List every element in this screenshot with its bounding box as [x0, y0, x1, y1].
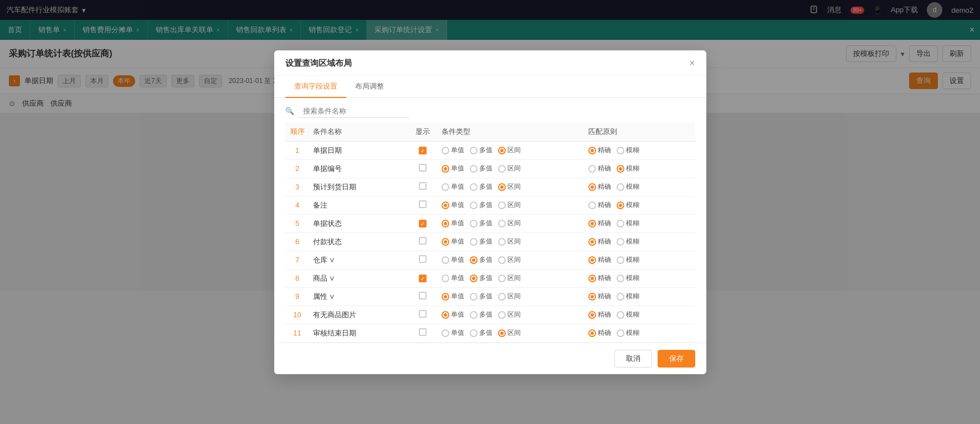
dialog-tabs: 查询字段设置 布局调整 [274, 76, 706, 98]
tab-layout-adjust[interactable]: 布局调整 [346, 76, 393, 98]
radio-circle [498, 220, 506, 227]
match-radio-item[interactable]: 模糊 [617, 200, 639, 210]
display-checkbox[interactable] [419, 237, 427, 245]
match-radio-item[interactable]: 模糊 [617, 255, 639, 265]
match-radio-item[interactable]: 模糊 [617, 219, 639, 228]
type-radio-item[interactable]: 多值 [470, 200, 492, 210]
type-radio-item[interactable]: 多值 [470, 164, 492, 173]
table-row: 9属性 ∨单值多值区间精确模糊 [285, 287, 695, 291]
search-input[interactable] [299, 105, 409, 118]
match-radio-item[interactable]: 精确 [588, 164, 611, 173]
cell-display[interactable]: ✓ [407, 141, 438, 159]
cell-type: 单值多值区间 [438, 178, 585, 196]
cell-name: 付款状态 [310, 232, 408, 251]
radio-label: 区间 [507, 182, 521, 192]
type-radio-item[interactable]: 多值 [470, 182, 492, 192]
dialog-close-button[interactable]: × [689, 58, 695, 68]
th-match: 匹配原则 [585, 122, 695, 142]
match-radio-item[interactable]: 模糊 [617, 237, 639, 246]
radio-circle [617, 165, 624, 173]
dialog-title: 设置查询区域布局 [285, 58, 352, 69]
match-radio-item[interactable]: 模糊 [617, 182, 639, 192]
type-radio-item[interactable]: 多值 [470, 237, 492, 246]
type-radio-item[interactable]: 单值 [442, 255, 464, 265]
match-radio-item[interactable]: 精确 [588, 200, 611, 210]
cell-display[interactable] [407, 251, 438, 269]
cell-display[interactable]: ✓ [407, 214, 438, 232]
match-radio-item[interactable]: 精确 [588, 146, 611, 155]
cell-seq: 6 [285, 232, 310, 251]
match-radio-item[interactable]: 精确 [588, 255, 611, 265]
type-radio-item[interactable]: 单值 [442, 200, 464, 210]
match-radio-item[interactable]: 精确 [588, 182, 611, 192]
th-name: 条件名称 [310, 122, 408, 142]
th-seq: 顺序 [285, 122, 310, 142]
type-radio-item[interactable]: 区间 [498, 164, 521, 173]
radio-circle [498, 256, 506, 264]
type-radio-item[interactable]: 单值 [442, 164, 464, 173]
cell-display[interactable] [407, 232, 438, 251]
cell-display[interactable] [407, 196, 438, 214]
radio-circle [498, 275, 506, 282]
cell-type: 单值多值区间 [438, 232, 585, 251]
radio-label: 模糊 [626, 219, 639, 228]
cell-seq: 9 [285, 287, 310, 291]
type-radio-item[interactable]: 区间 [498, 146, 521, 155]
type-radio-item[interactable]: 区间 [498, 200, 521, 210]
type-radio-item[interactable]: 区间 [498, 237, 521, 246]
display-checkbox[interactable] [419, 255, 427, 263]
cell-type: 单值多值区间 [438, 251, 585, 269]
match-radio-item[interactable]: 精确 [588, 219, 611, 228]
match-radio-item[interactable]: 模糊 [617, 146, 639, 155]
type-radio-item[interactable]: 多值 [470, 273, 492, 283]
type-radio-item[interactable]: 单值 [442, 182, 464, 192]
radio-label: 精确 [598, 273, 611, 283]
radio-circle [588, 220, 596, 227]
cell-display[interactable] [407, 178, 438, 196]
match-radio-item[interactable]: 精确 [588, 273, 611, 283]
radio-circle [470, 275, 478, 282]
radio-label: 单值 [451, 255, 464, 265]
radio-circle [588, 275, 596, 282]
cell-match: 精确模糊 [585, 214, 695, 232]
tab-query-fields[interactable]: 查询字段设置 [285, 76, 346, 98]
display-checkbox[interactable]: ✓ [419, 275, 427, 282]
type-radio-item[interactable]: 区间 [498, 182, 521, 192]
table-row: 2单据编号单值多值区间精确模糊 [285, 159, 695, 178]
type-radio-item[interactable]: 多值 [470, 219, 492, 228]
radio-label: 模糊 [626, 255, 639, 265]
cell-name: 商品 ∨ [310, 269, 408, 287]
type-radio-item[interactable]: 多值 [470, 255, 492, 265]
display-checkbox[interactable] [419, 182, 427, 190]
radio-label: 多值 [479, 146, 492, 155]
display-checkbox[interactable]: ✓ [419, 147, 427, 154]
cell-match: 精确模糊 [585, 251, 695, 269]
type-radio-item[interactable]: 区间 [498, 219, 521, 228]
cell-name: 单据日期 [310, 141, 408, 159]
radio-label: 区间 [507, 255, 521, 265]
radio-label: 单值 [451, 273, 464, 283]
radio-circle [498, 183, 506, 191]
type-radio-item[interactable]: 单值 [442, 146, 464, 155]
display-checkbox[interactable] [419, 164, 427, 172]
match-radio-item[interactable]: 精确 [588, 237, 611, 246]
display-checkbox[interactable]: ✓ [419, 220, 427, 227]
type-radio-item[interactable]: 单值 [442, 237, 464, 246]
cell-display[interactable]: ✓ [407, 269, 438, 287]
cell-match: 精确模糊 [585, 287, 695, 291]
cell-display[interactable] [407, 287, 438, 291]
match-radio-item[interactable]: 模糊 [617, 164, 639, 173]
match-radio-item[interactable]: 模糊 [617, 273, 639, 283]
radio-circle [498, 238, 506, 246]
radio-label: 多值 [479, 182, 492, 192]
type-radio-item[interactable]: 区间 [498, 255, 521, 265]
type-radio-item[interactable]: 单值 [442, 273, 464, 283]
type-radio-item[interactable]: 多值 [470, 146, 492, 155]
table-row: 3预计到货日期单值多值区间精确模糊 [285, 178, 695, 196]
display-checkbox[interactable] [419, 200, 427, 208]
type-radio-item[interactable]: 区间 [498, 273, 521, 283]
cell-display[interactable] [407, 159, 438, 178]
cell-seq: 7 [285, 251, 310, 269]
type-radio-item[interactable]: 单值 [442, 219, 464, 228]
radio-label: 精确 [598, 200, 611, 210]
